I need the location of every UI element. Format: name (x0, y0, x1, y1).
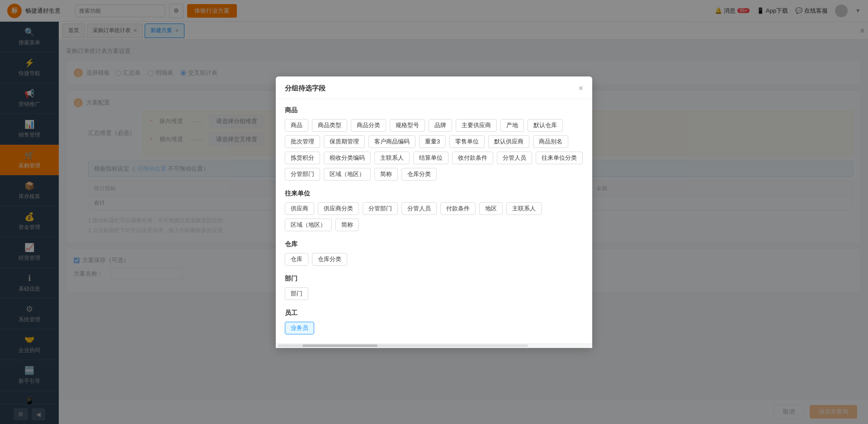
field-tag-employee[interactable]: 业务员 (285, 322, 314, 334)
field-tag[interactable]: 供应商 (285, 202, 314, 215)
modal-header: 分组待选字段 × (276, 76, 592, 99)
field-tag[interactable]: 供应商分类 (318, 202, 359, 215)
section-dept-title: 部门 (285, 275, 583, 283)
field-tag[interactable]: 仓库分类 (401, 168, 437, 181)
field-tag[interactable]: 简称 (335, 219, 359, 231)
section-warehouse-title: 仓库 (285, 240, 583, 248)
field-tag[interactable]: 品牌 (429, 119, 452, 132)
section-employee-title: 员工 (285, 309, 583, 317)
field-tag[interactable]: 批次管理 (285, 135, 320, 148)
section-warehouse-tags: 仓库 仓库分类 (285, 253, 583, 266)
modal-title: 分组待选字段 (285, 84, 326, 93)
section-goods-tags: 商品 商品类型 商品分类 规格型号 品牌 主要供应商 产地 默认仓库 批次管理 … (285, 119, 583, 181)
field-tag[interactable]: 产地 (500, 119, 524, 132)
field-tag[interactable]: 部门 (285, 287, 308, 300)
field-tag[interactable]: 商品别名 (533, 135, 568, 148)
field-tag[interactable]: 主联系人 (506, 202, 542, 215)
field-tag[interactable]: 默认供应商 (488, 135, 529, 148)
modal-overlay: 分组待选字段 × 商品 商品 商品类型 商品分类 规格型号 品牌 主要供应商 产… (0, 0, 868, 424)
field-tag[interactable]: 重量3 (419, 135, 446, 148)
section-goods-title: 商品 (285, 106, 583, 114)
field-tag[interactable]: 分管部门 (285, 168, 320, 181)
field-tag[interactable]: 商品 (285, 119, 308, 132)
section-dept: 部门 部门 (285, 275, 583, 300)
section-warehouse: 仓库 仓库 仓库分类 (285, 240, 583, 266)
section-employee: 员工 业务员 (285, 309, 583, 334)
horizontal-scrollbar[interactable] (278, 344, 528, 347)
field-tag[interactable]: 保质期管理 (324, 135, 365, 148)
field-tag[interactable]: 简称 (374, 168, 398, 181)
field-tag[interactable]: 商品分类 (351, 119, 386, 132)
modal-body: 商品 商品 商品类型 商品分类 规格型号 品牌 主要供应商 产地 默认仓库 批次… (276, 99, 592, 343)
field-tag[interactable]: 区域（地区） (324, 168, 371, 181)
field-tag[interactable]: 往来单位分类 (536, 152, 583, 164)
field-tag[interactable]: 分管部门 (363, 202, 398, 215)
field-tag[interactable]: 主联系人 (374, 152, 410, 164)
field-tag[interactable]: 默认仓库 (528, 119, 563, 132)
field-tag[interactable]: 分管人员 (401, 202, 437, 215)
section-partners-title: 往来单位 (285, 190, 583, 198)
field-tag[interactable]: 零售单位 (449, 135, 485, 148)
section-partners: 往来单位 供应商 供应商分类 分管部门 分管人员 付款条件 地区 主联系人 区域… (285, 190, 583, 231)
field-tag[interactable]: 拣货积分 (285, 152, 320, 164)
section-goods: 商品 商品 商品类型 商品分类 规格型号 品牌 主要供应商 产地 默认仓库 批次… (285, 106, 583, 181)
field-tag[interactable]: 税收分类编码 (324, 152, 371, 164)
modal-scrollbar-area (276, 343, 592, 348)
field-tag[interactable]: 主要供应商 (456, 119, 497, 132)
field-tag[interactable]: 商品类型 (312, 119, 347, 132)
section-dept-tags: 部门 (285, 287, 583, 300)
field-tag[interactable]: 区域（地区） (285, 219, 332, 231)
field-tag[interactable]: 仓库 (285, 253, 308, 266)
modal-dialog: 分组待选字段 × 商品 商品 商品类型 商品分类 规格型号 品牌 主要供应商 产… (276, 76, 592, 348)
modal-close-button[interactable]: × (578, 84, 583, 93)
field-tag[interactable]: 付款条件 (440, 202, 476, 215)
field-tag[interactable]: 收付款条件 (452, 152, 493, 164)
section-employee-tags: 业务员 (285, 322, 583, 334)
field-tag[interactable]: 客户商品编码 (368, 135, 415, 148)
field-tag[interactable]: 分管人员 (497, 152, 532, 164)
field-tag[interactable]: 规格型号 (390, 119, 425, 132)
field-tag[interactable]: 仓库分类 (312, 253, 347, 266)
section-partners-tags: 供应商 供应商分类 分管部门 分管人员 付款条件 地区 主联系人 区域（地区） … (285, 202, 583, 231)
field-tag[interactable]: 结算单位 (413, 152, 448, 164)
field-tag[interactable]: 地区 (479, 202, 503, 215)
